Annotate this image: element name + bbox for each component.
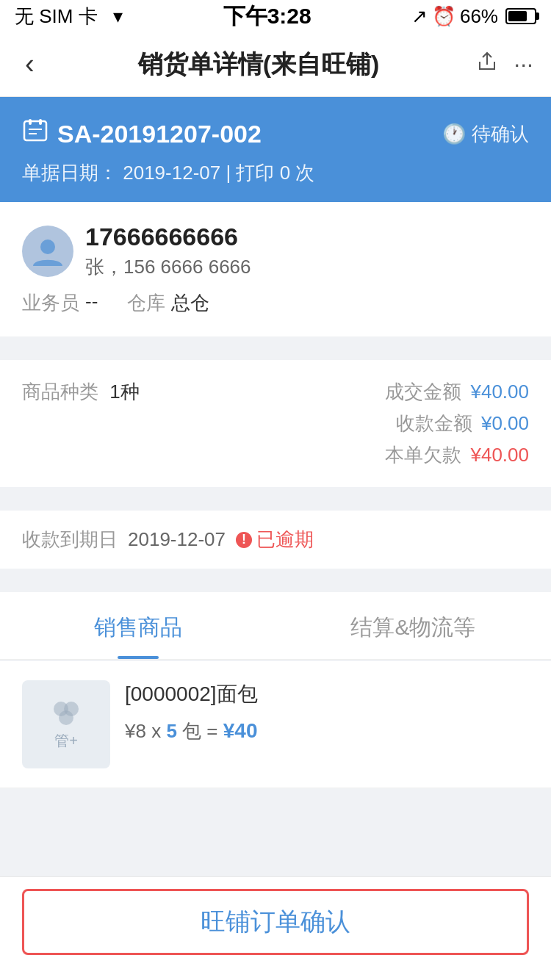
tab-settlement[interactable]: 结算&物流等 xyxy=(276,592,551,659)
product-name: [0000002]面包 xyxy=(125,680,529,708)
customer-section: 17666666666 张，156 6666 6666 业务员 -- 仓库 总仓 xyxy=(0,202,551,336)
product-item: 管+ [0000002]面包 ¥8 x 5 包 = ¥40 xyxy=(0,661,551,788)
tab-products[interactable]: 销售商品 xyxy=(0,592,276,659)
warehouse-label: 仓库 xyxy=(127,290,165,316)
due-date-section: 收款到期日 2019-12-07 ! 已逾期 xyxy=(0,511,551,569)
product-section: 管+ [0000002]面包 ¥8 x 5 包 = ¥40 xyxy=(0,661,551,788)
print-count: 0 xyxy=(280,162,290,184)
product-info: [0000002]面包 ¥8 x 5 包 = ¥40 xyxy=(125,680,529,768)
nav-bar: ‹ 销货单详情(来自旺铺) ··· xyxy=(0,32,551,97)
divider-3 xyxy=(0,580,551,592)
product-thumbnail: 管+ xyxy=(22,680,110,768)
svg-rect-1 xyxy=(29,119,32,125)
amount-label: 成交金额 xyxy=(385,379,461,405)
customer-meta: 业务员 -- 仓库 总仓 xyxy=(22,290,529,316)
salesman-value: -- xyxy=(85,290,98,316)
price-equals: = xyxy=(206,720,223,742)
status-bar: 无 SIM 卡 ▾ 下午3:28 ↗ ⏰ 66% xyxy=(0,0,551,32)
product-unit: 包 xyxy=(182,720,201,742)
due-date-label: 收款到期日 xyxy=(22,527,118,552)
tab-settlement-label: 结算&物流等 xyxy=(350,615,475,639)
back-button[interactable]: ‹ xyxy=(18,41,42,87)
order-id-text: SA-20191207-002 xyxy=(57,120,262,148)
battery-fill xyxy=(508,11,527,21)
print-suffix: 次 xyxy=(295,162,314,184)
date-value: 2019-12-07 xyxy=(123,162,220,184)
order-header-card: SA-20191207-002 🕐 待确认 单据日期： 2019-12-07 |… xyxy=(0,97,551,202)
owed-row: 本单欠款 ¥40.00 xyxy=(385,442,529,468)
owed-label: 本单欠款 xyxy=(385,442,461,468)
amount-summary: 成交金额 ¥40.00 收款金额 ¥0.00 本单欠款 ¥40.00 xyxy=(385,379,529,468)
order-id-icon xyxy=(22,118,48,150)
product-type: 商品种类 1种 xyxy=(22,379,140,405)
battery-percent: 66% xyxy=(460,5,498,28)
customer-name: 张，156 6666 6666 xyxy=(85,254,251,280)
nav-actions: ··· xyxy=(475,50,533,79)
share-icon[interactable] xyxy=(475,50,499,79)
carrier-wifi: 无 SIM 卡 ▾ xyxy=(15,4,123,29)
date-label: 单据日期： xyxy=(22,162,118,184)
bottom-bar: 旺铺订单确认 xyxy=(0,876,551,980)
overdue-badge: ! 已逾期 xyxy=(236,527,314,552)
svg-point-8 xyxy=(59,710,73,725)
product-price-row: ¥8 x 5 包 = ¥40 xyxy=(125,718,529,744)
order-date-row: 单据日期： 2019-12-07 | 打印 0 次 xyxy=(22,160,529,186)
product-thumb-inner: 管+ xyxy=(48,699,84,751)
received-label: 收款金额 xyxy=(396,411,472,436)
location-icon: ↗ xyxy=(411,5,428,28)
salesman-label: 业务员 xyxy=(22,290,79,316)
product-type-value: 1种 xyxy=(109,381,139,403)
overdue-text: 已逾期 xyxy=(256,527,314,552)
overdue-dot-icon: ! xyxy=(236,532,252,548)
warehouse-item: 仓库 总仓 xyxy=(127,290,209,316)
status-clock-icon: 🕐 xyxy=(442,123,466,145)
received-row: 收款金额 ¥0.00 xyxy=(396,411,529,436)
print-label: | 打印 xyxy=(226,162,274,184)
order-status: 🕐 待确认 xyxy=(442,121,529,147)
amount-value: ¥40.00 xyxy=(470,381,529,403)
carrier-text: 无 SIM 卡 xyxy=(15,5,98,27)
customer-phone: 17666666666 xyxy=(85,223,251,251)
owed-value: ¥40.00 xyxy=(470,444,529,466)
product-total: ¥40 xyxy=(223,719,258,742)
status-right-icons: ↗ ⏰ 66% xyxy=(411,5,536,28)
tabs-section: 销售商品 结算&物流等 xyxy=(0,592,551,660)
product-price: ¥8 xyxy=(125,720,146,742)
tabs-header: 销售商品 结算&物流等 xyxy=(0,592,551,660)
price-multiply: x xyxy=(151,720,166,742)
more-icon[interactable]: ··· xyxy=(514,51,533,78)
order-id: SA-20191207-002 xyxy=(22,118,262,150)
confirm-button-label: 旺铺订单确认 xyxy=(201,905,350,939)
product-type-label: 商品种类 xyxy=(22,381,98,403)
divider-2 xyxy=(0,499,551,511)
divider-1 xyxy=(0,348,551,360)
received-value: ¥0.00 xyxy=(481,412,529,435)
product-quantity: 5 xyxy=(166,720,176,742)
tab-products-label: 销售商品 xyxy=(94,615,182,639)
svg-rect-0 xyxy=(24,121,46,140)
product-thumb-text: 管+ xyxy=(54,731,78,751)
due-date-value: 2019-12-07 xyxy=(128,528,226,551)
wifi-icon: ▾ xyxy=(113,5,123,27)
salesman-item: 业务员 -- xyxy=(22,290,98,316)
confirm-button[interactable]: 旺铺订单确认 xyxy=(22,889,529,955)
battery-icon xyxy=(505,8,536,24)
page-title: 销货单详情(来自旺铺) xyxy=(138,48,380,82)
status-text: 待确认 xyxy=(472,121,529,147)
amount-row: 成交金额 ¥40.00 xyxy=(385,379,529,405)
customer-info: 17666666666 张，156 6666 6666 xyxy=(85,223,251,280)
alarm-icon: ⏰ xyxy=(432,5,455,28)
avatar xyxy=(22,226,73,277)
summary-section: 商品种类 1种 成交金额 ¥40.00 收款金额 ¥0.00 本单欠款 ¥40.… xyxy=(0,360,551,487)
time-display: 下午3:28 xyxy=(223,1,311,32)
warehouse-value: 总仓 xyxy=(171,290,209,316)
svg-rect-2 xyxy=(39,119,42,125)
svg-point-5 xyxy=(40,239,55,254)
